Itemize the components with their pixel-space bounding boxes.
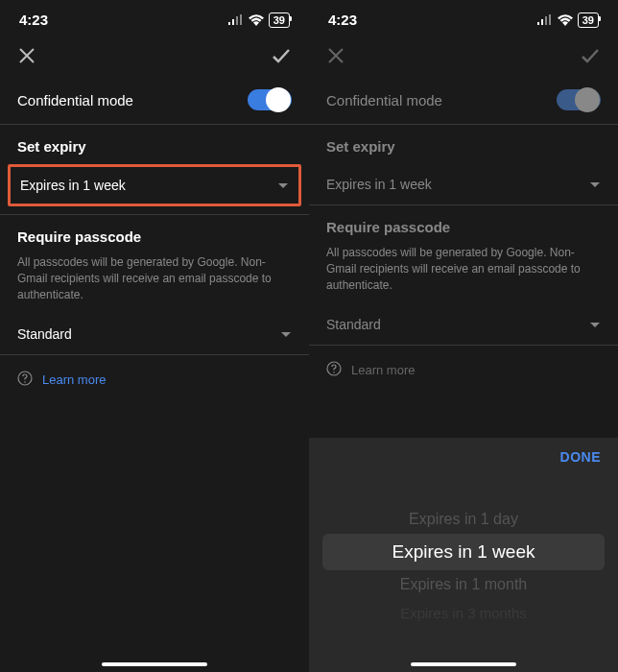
- confidential-label: Confidential mode: [326, 92, 442, 108]
- confidential-toggle[interactable]: [248, 89, 292, 110]
- battery-icon: 39: [269, 12, 290, 28]
- picker-option[interactable]: Expires in 1 day: [309, 505, 618, 534]
- status-indicators: 39: [537, 12, 599, 28]
- status-bar: 4:23 39: [309, 0, 618, 36]
- header: [0, 36, 309, 80]
- screen-right: 4:23 39 Confidential mode Set expiry Exp…: [309, 0, 618, 672]
- svg-rect-7: [541, 19, 543, 25]
- status-time: 4:23: [19, 12, 48, 28]
- screen-left: 4:23 39 Confidential mode Set expiry Exp…: [0, 0, 309, 672]
- svg-point-11: [333, 372, 335, 374]
- caret-down-icon: [589, 176, 601, 193]
- done-button[interactable]: DONE: [560, 449, 601, 465]
- expiry-value: Expires in 1 week: [20, 178, 126, 193]
- status-bar: 4:23 39: [0, 0, 309, 36]
- caret-down-icon: [277, 177, 289, 194]
- svg-rect-1: [232, 19, 234, 25]
- picker-wheel[interactable]: Expires in 1 day Expires in 1 week Expir…: [309, 476, 618, 672]
- wifi-icon: [558, 14, 573, 26]
- passcode-dropdown[interactable]: Standard: [309, 304, 618, 345]
- svg-rect-9: [549, 14, 551, 25]
- home-indicator[interactable]: [102, 662, 207, 666]
- learn-more-label: Learn more: [351, 363, 415, 377]
- picker-option[interactable]: Expires in 5 years: [309, 627, 618, 653]
- svg-point-5: [24, 382, 26, 384]
- learn-more-label: Learn more: [42, 372, 106, 387]
- picker-header: DONE: [309, 438, 618, 476]
- picker-option[interactable]: Expires in 1 month: [309, 570, 618, 599]
- signal-icon: [228, 14, 244, 25]
- confidential-toggle[interactable]: [557, 89, 601, 110]
- check-icon[interactable]: [271, 45, 292, 66]
- svg-rect-3: [240, 14, 242, 25]
- wifi-icon: [249, 14, 264, 26]
- svg-rect-0: [228, 22, 230, 25]
- svg-rect-6: [537, 22, 539, 25]
- caret-down-icon: [589, 316, 601, 333]
- help-icon: [326, 361, 342, 379]
- passcode-desc: All passcodes will be generated by Googl…: [0, 254, 309, 314]
- passcode-title: Require passcode: [0, 215, 309, 254]
- signal-icon: [537, 14, 553, 25]
- svg-rect-2: [236, 16, 238, 25]
- picker-option[interactable]: Expires in 3 months: [309, 599, 618, 627]
- status-indicators: 39: [228, 12, 290, 28]
- expiry-title: Set expiry: [0, 125, 309, 164]
- expiry-title: Set expiry: [309, 125, 618, 164]
- header: [309, 36, 618, 80]
- picker-overlay: DONE Expires in 1 day Expires in 1 week …: [309, 438, 618, 672]
- picker-option-selected[interactable]: Expires in 1 week: [322, 534, 605, 570]
- passcode-desc: All passcodes will be generated by Googl…: [309, 245, 618, 304]
- confidential-label: Confidential mode: [17, 92, 133, 108]
- passcode-value: Standard: [17, 326, 72, 342]
- expiry-dropdown[interactable]: Expires in 1 week: [11, 167, 298, 204]
- close-icon[interactable]: [326, 46, 345, 65]
- confidential-mode-row: Confidential mode: [0, 80, 309, 124]
- confidential-mode-row: Confidential mode: [309, 80, 618, 124]
- learn-more-link[interactable]: Learn more: [309, 346, 618, 395]
- passcode-value: Standard: [326, 317, 381, 332]
- svg-rect-8: [545, 16, 547, 25]
- passcode-dropdown[interactable]: Standard: [0, 314, 309, 354]
- check-icon[interactable]: [580, 45, 601, 66]
- caret-down-icon: [280, 325, 292, 343]
- passcode-title: Require passcode: [309, 205, 618, 245]
- battery-icon: 39: [578, 12, 599, 28]
- home-indicator[interactable]: [411, 662, 516, 666]
- expiry-value: Expires in 1 week: [326, 177, 432, 192]
- close-icon[interactable]: [17, 46, 36, 65]
- status-time: 4:23: [328, 12, 357, 28]
- learn-more-link[interactable]: Learn more: [0, 355, 309, 404]
- help-icon: [17, 371, 33, 389]
- expiry-dropdown[interactable]: Expires in 1 week: [309, 164, 618, 204]
- expiry-highlight: Expires in 1 week: [8, 164, 301, 206]
